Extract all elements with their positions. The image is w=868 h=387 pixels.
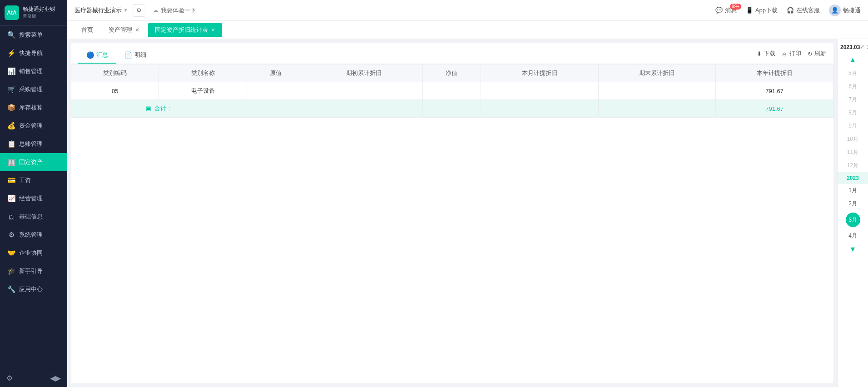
sales-icon: 📊 xyxy=(7,67,15,75)
sidebar-item-guide[interactable]: 🎓 新手引导 xyxy=(0,262,67,280)
sidebar-item-basic[interactable]: 🗂 基础信息 xyxy=(0,208,67,226)
table-header-row: 类别编码 类别名称 原值 期初累计折旧 净值 本月计提折旧 期末累计折旧 本年计… xyxy=(71,64,833,82)
col-annual-depr: 本年计提折旧 xyxy=(716,64,833,82)
inventory-icon: 📦 xyxy=(7,104,15,112)
tab-assets-close[interactable]: ✕ xyxy=(135,27,139,33)
tab-depreciation-close[interactable]: ✕ xyxy=(211,27,215,33)
sidebar-item-business[interactable]: 📈 经营管理 xyxy=(0,189,67,208)
tab-assets[interactable]: 资产管理 ✕ xyxy=(102,23,146,37)
sidebar-item-fixedassets[interactable]: 🏢 固定资产 xyxy=(0,153,67,171)
funds-icon: 💰 xyxy=(7,122,15,130)
date-month-6[interactable]: 6月 xyxy=(838,80,868,93)
summary-tab-icon: 🔵 xyxy=(86,51,94,59)
sidebar-item-label: 快捷导航 xyxy=(19,49,43,57)
subtotal-annual-depr: 791.67 xyxy=(716,100,833,118)
sidebar-logo: AtA 畅捷通好业财 普及版 xyxy=(0,0,67,26)
date-month-5[interactable]: 5月 xyxy=(838,67,868,80)
date-month-8[interactable]: 8月 xyxy=(838,106,868,119)
sidebar-scroll: 🔍 搜索菜单 ⚡ 快捷导航 📊 销售管理 🛒 采购管理 📦 库存核算 💰 资金管… xyxy=(0,26,67,369)
date-nav-up[interactable]: ▲ xyxy=(838,53,868,67)
settings-button[interactable]: ⚙ xyxy=(133,4,145,17)
expand-icon[interactable]: ⤢ xyxy=(860,44,864,51)
sidebar-item-label: 系统管理 xyxy=(19,231,43,239)
date-month-3[interactable]: 3月 xyxy=(846,213,860,227)
top-header: 医疗器械行业演示 ▾ ⚙ ☁ 我要体验一下 💬 消息 99+ 📱 App下载 🎧… xyxy=(67,0,868,21)
date-panel: 2023.03 ⤢ ✕ ▲ 5月 6月 7月 8月 9月 10月 11月 12月… xyxy=(837,39,868,387)
subtotal-icon: ▣ xyxy=(146,105,151,112)
messages-badge: 99+ xyxy=(730,4,741,10)
sidebar-item-label: 库存核算 xyxy=(19,104,43,112)
date-month-12[interactable]: 12月 xyxy=(838,159,868,172)
depreciation-table: 类别编码 类别名称 原值 期初累计折旧 净值 本月计提折旧 期末累计折旧 本年计… xyxy=(71,64,833,118)
content-area: 🔵 汇总 📄 明细 ⬇ 下载 🖨 打印 xyxy=(67,39,868,387)
collapse-icon[interactable]: ◀▶ xyxy=(50,374,61,382)
date-month-2[interactable]: 2月 xyxy=(838,197,868,210)
tab-depreciation[interactable]: 固定资产折旧统计表 ✕ xyxy=(148,23,222,37)
sidebar-item-funds[interactable]: 💰 资金管理 xyxy=(0,117,67,135)
sub-tab-detail-label: 明细 xyxy=(134,51,146,59)
coop-icon: 🤝 xyxy=(7,249,15,257)
app-name: 畅捷通好业财 xyxy=(23,6,55,13)
tab-bar: 首页 资产管理 ✕ 固定资产折旧统计表 ✕ xyxy=(67,21,868,39)
tab-home-label: 首页 xyxy=(81,26,93,34)
print-button[interactable]: 🖨 打印 xyxy=(782,50,801,58)
ledger-icon: 📋 xyxy=(7,140,15,148)
sub-tab-summary[interactable]: 🔵 汇总 xyxy=(78,47,116,64)
sidebar-item-system[interactable]: ⚙ 系统管理 xyxy=(0,226,67,244)
sidebar-item-label: 采购管理 xyxy=(19,85,43,94)
basic-icon: 🗂 xyxy=(7,213,15,221)
row-name: 电子设备 xyxy=(159,82,247,100)
sidebar-item-purchase[interactable]: 🛒 采购管理 xyxy=(0,80,67,99)
company-select[interactable]: 医疗器械行业演示 ▾ xyxy=(74,6,127,15)
refresh-button[interactable]: ↻ 刷新 xyxy=(808,50,826,58)
sidebar-item-label: 应用中心 xyxy=(19,285,43,293)
col-opening-depr: 期初累计折旧 xyxy=(305,64,422,82)
col-ending-depr: 期末累计折旧 xyxy=(598,64,716,82)
date-month-1[interactable]: 1月 xyxy=(838,184,868,197)
sidebar-item-payroll[interactable]: 💳 工资 xyxy=(0,171,67,189)
date-month-11[interactable]: 11月 xyxy=(838,146,868,159)
message-icon: 💬 xyxy=(715,7,723,14)
detail-tab-icon: 📄 xyxy=(124,51,132,59)
date-month-4[interactable]: 4月 xyxy=(838,229,868,243)
sidebar-item-apps[interactable]: 🔧 应用中心 xyxy=(0,280,67,298)
sub-tab-summary-label: 汇总 xyxy=(96,51,108,59)
sidebar-item-search[interactable]: 🔍 搜索菜单 xyxy=(0,26,67,44)
main-area: 医疗器械行业演示 ▾ ⚙ ☁ 我要体验一下 💬 消息 99+ 📱 App下载 🎧… xyxy=(67,0,868,387)
service-icon: 🎧 xyxy=(787,7,794,14)
download-icon: 📱 xyxy=(746,7,753,14)
app-download-button[interactable]: 📱 App下载 xyxy=(746,6,778,15)
business-icon: 📈 xyxy=(7,194,15,203)
col-code: 类别编码 xyxy=(71,64,159,82)
date-month-10[interactable]: 10月 xyxy=(838,133,868,146)
messages-button[interactable]: 💬 消息 99+ xyxy=(715,6,737,15)
sidebar-item-inventory[interactable]: 📦 库存核算 xyxy=(0,99,67,117)
online-service-button[interactable]: 🎧 在线客服 xyxy=(787,6,820,15)
date-nav-down[interactable]: ▼ xyxy=(838,243,868,256)
table-wrap: 类别编码 类别名称 原值 期初累计折旧 净值 本月计提折旧 期末累计折旧 本年计… xyxy=(71,64,833,383)
app-logo-icon: AtA xyxy=(5,5,19,20)
tab-depreciation-label: 固定资产折旧统计表 xyxy=(155,26,208,34)
sidebar-item-sales[interactable]: 📊 销售管理 xyxy=(0,62,67,80)
sidebar-item-ledger[interactable]: 📋 总账管理 xyxy=(0,135,67,153)
date-month-9[interactable]: 9月 xyxy=(838,119,868,133)
sub-tab-detail[interactable]: 📄 明细 xyxy=(116,47,154,64)
close-date-panel-icon[interactable]: ✕ xyxy=(866,44,868,51)
experience-button[interactable]: ☁ 我要体验一下 xyxy=(153,6,196,15)
subtotal-label: ▣ 合计： xyxy=(71,100,247,118)
sidebar-item-coop[interactable]: 🤝 企业协同 xyxy=(0,244,67,262)
content-main: 🔵 汇总 📄 明细 ⬇ 下载 🖨 打印 xyxy=(71,43,833,383)
user-profile[interactable]: 👤 畅捷通 xyxy=(829,5,861,16)
settings-bottom-icon[interactable]: ⚙ xyxy=(6,374,13,382)
subtotal-opening-depr xyxy=(305,100,422,118)
avatar: 👤 xyxy=(829,5,841,16)
sidebar-item-label: 新手引导 xyxy=(19,267,43,275)
subtotal-row: ▣ 合计： 791.67 xyxy=(71,100,833,118)
sidebar-item-label: 基础信息 xyxy=(19,213,43,221)
logo-text: AtA xyxy=(7,10,16,16)
sidebar-item-quicknav[interactable]: ⚡ 快捷导航 xyxy=(0,44,67,62)
date-month-7[interactable]: 7月 xyxy=(838,93,868,106)
tab-home[interactable]: 首页 xyxy=(74,23,100,37)
print-label: 打印 xyxy=(789,50,801,58)
download-button[interactable]: ⬇ 下载 xyxy=(757,50,775,58)
